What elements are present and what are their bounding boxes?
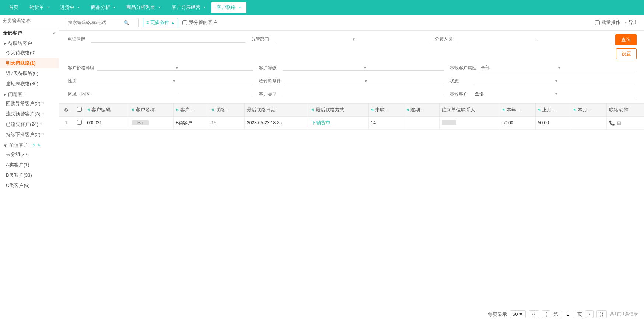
region-dots-icon: ··· [175, 92, 251, 96]
bulk-check[interactable] [595, 20, 600, 25]
toolbar-right: 批量操作 ↑ 导出 [595, 19, 638, 26]
grid-action-icon[interactable]: ⊞ [617, 120, 621, 126]
nav-customer-layered[interactable]: 客户分层经营 × [167, 2, 211, 13]
row-contact-count: 15 [209, 117, 244, 130]
first-page-button[interactable]: ⟨⟨ [529, 310, 539, 318]
search-input[interactable] [68, 20, 123, 25]
page-number-input[interactable] [561, 311, 574, 318]
row-overdue [404, 117, 440, 130]
close-purchase-order-icon[interactable]: × [77, 5, 80, 10]
close-customer-contact-icon[interactable]: × [239, 5, 241, 10]
refresh-value-icon[interactable]: ↺ [31, 143, 35, 148]
sidebar-item-c-class[interactable]: C类客户(6) [0, 180, 59, 191]
page-size-select[interactable]: 50 ▼ [510, 310, 526, 318]
col-settings[interactable]: ⚙ [59, 104, 74, 117]
row-checkbox-cell[interactable] [74, 117, 85, 130]
price-grade-select[interactable]: ▼ [97, 65, 253, 71]
nav-product-analysis-list[interactable]: 商品分析列表 × [121, 2, 165, 13]
sidebar-search-area: 🔍 [0, 15, 59, 27]
sidebar-search-input[interactable] [3, 18, 58, 23]
dept-chevron-icon: ▼ [352, 37, 427, 41]
nav-purchase-order[interactable]: 进货单 × [55, 2, 85, 13]
chevron-up-icon: ▲ [171, 21, 175, 25]
set-button[interactable]: 设置 [616, 48, 637, 59]
person-select[interactable]: ··· [458, 37, 612, 42]
sidebar-item-churned[interactable]: 已流失客户(24) ? [0, 119, 59, 130]
close-product-analysis-list-icon[interactable]: × [158, 5, 160, 10]
col-overdue-hdr: ⇅ 逾期... [404, 104, 440, 117]
sort-unlisted-icon: ⇅ [371, 108, 374, 112]
sidebar-item-declining[interactable]: 持续下滑客户(2) ? [0, 130, 59, 140]
sidebar-item-a-class[interactable]: A类客户(1) [0, 160, 59, 170]
row-code: 000021 [85, 117, 129, 130]
close-customer-layered-icon[interactable]: × [203, 5, 206, 10]
close-sales-order-icon[interactable]: × [47, 5, 49, 10]
customer-grade-select[interactable]: ▼ [283, 65, 444, 71]
payment-select[interactable]: ▼ [284, 78, 444, 84]
bulk-operation-button[interactable]: 批量操作 [595, 19, 620, 26]
nav-product-analysis[interactable]: 商品分析 × [86, 2, 120, 13]
my-customers-checkbox[interactable]: 我分管的客户 [182, 19, 217, 26]
page-size-chevron-icon: ▼ [518, 311, 523, 317]
filter-icon: ≡ [146, 20, 149, 25]
sidebar-item-b-class[interactable]: B类客户(33) [0, 170, 59, 180]
my-customers-check[interactable] [182, 20, 187, 25]
row-this-month [571, 117, 606, 130]
customer-grade-chevron-icon: ▼ [363, 66, 442, 70]
gender-select[interactable]: ▼ [91, 78, 253, 84]
more-conditions-button[interactable]: ≡ 更多条件 ▲ [143, 18, 178, 27]
retail-customer-chevron-icon: ▼ [554, 92, 634, 96]
sidebar: 🔍 全部客户 « ▼ 待联络客户 今天待联络(0) 明天待联络(1) 近7天待联… [0, 15, 59, 321]
col-this-month-hdr: ⇅ 本月... [571, 104, 606, 117]
search-input-wrap: 🔍 [65, 18, 139, 27]
problem-customers-group: ▼ 问题客户 [0, 89, 59, 99]
export-button[interactable]: ↑ 导出 [625, 19, 638, 26]
sidebar-item-overdue-contact[interactable]: 逾期未联络(30) [0, 79, 59, 89]
phone-action-icon[interactable]: 📞 [609, 120, 615, 126]
related-contact-placeholder [442, 120, 456, 125]
nav-sales-order[interactable]: 销货单 × [24, 2, 54, 13]
sidebar-item-repurchase-abnormal[interactable]: 回购异常客户(2) ? [0, 99, 59, 109]
dept-select[interactable]: ▼ [275, 37, 429, 42]
row-last-month: 50.00 [535, 117, 571, 130]
sidebar-item-today-contact[interactable]: 今天待联络(0) [0, 48, 59, 58]
action-icons-group: 📞 ⊞ [609, 120, 642, 126]
filter-dept: 分管部门 ▼ [248, 34, 432, 44]
sidebar-item-churn-warning[interactable]: 流失预警客户(3) ? [0, 109, 59, 119]
filter-gender: 性质 ▼ [65, 76, 256, 86]
status-select[interactable]: ▼ [473, 78, 635, 84]
row-select-checkbox[interactable] [77, 120, 82, 125]
phone-input[interactable] [91, 36, 245, 43]
select-all-checkbox[interactable] [77, 107, 82, 112]
col-unlisted-hdr: ⇅ 未联... [368, 104, 404, 117]
row-last-contact-date: 2023-05-23 18:25: [245, 117, 309, 130]
retail-attr-select[interactable]: 全部 ▼ [479, 64, 635, 72]
retail-customer-select[interactable]: 全部 ▼ [473, 90, 635, 98]
col-this-year-hdr: ⇅ 本年... [500, 104, 535, 117]
nav-home[interactable]: 首页 [4, 2, 24, 13]
last-page-button[interactable]: ⟩⟩ [596, 310, 607, 318]
col-select-all[interactable] [74, 104, 85, 117]
col-customer-code: ⇅ 客户编码 [85, 104, 129, 117]
filter-retail-customer: 零散客户 全部 ▼ [447, 89, 638, 100]
price-grade-chevron-icon: ▼ [175, 66, 251, 70]
sidebar-item-ungrouped[interactable]: 未分组(32) [0, 149, 59, 160]
col-last-month-hdr: ⇅ 上月... [535, 104, 571, 117]
filter-status: 状态 ▼ [447, 76, 638, 86]
nav-customer-contact[interactable]: 客户联络 × [211, 2, 246, 13]
settings-icon[interactable]: ⚙ [64, 107, 69, 113]
row-unlisted: 14 [368, 117, 404, 130]
all-customers-header[interactable]: 全部客户 « [0, 27, 59, 38]
prev-page-button[interactable]: ⟨ [542, 310, 550, 318]
last-contact-link[interactable]: 下销货单 [311, 120, 330, 125]
sidebar-item-7day-contact[interactable]: 近7天待联络(0) [0, 68, 59, 79]
search-icon[interactable]: 🔍 [123, 20, 129, 25]
sidebar-item-tomorrow-contact[interactable]: 明天待联络(1) [0, 58, 59, 68]
query-button[interactable]: 查询 [615, 34, 637, 45]
filter-customer-type: 客户类型 [256, 89, 447, 100]
close-product-analysis-icon[interactable]: × [113, 5, 115, 10]
region-select[interactable]: ··· [97, 91, 253, 97]
customer-type-select[interactable] [283, 93, 444, 95]
edit-value-icon[interactable]: ✎ [37, 143, 41, 148]
next-page-button[interactable]: ⟩ [585, 310, 594, 318]
